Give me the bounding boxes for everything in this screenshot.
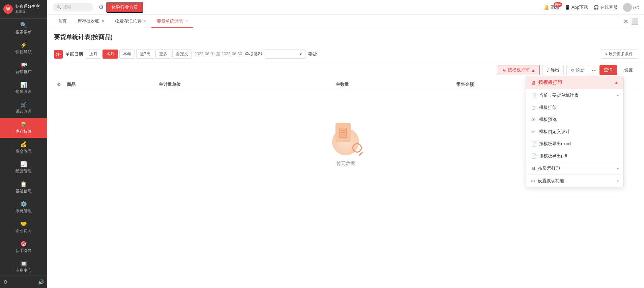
topbar-gear-icon[interactable]: ⚙ <box>99 4 104 10</box>
export-icon: ⤴ <box>547 68 549 73</box>
sidebar-bottom: ⚙ 🔊 <box>0 276 47 288</box>
order-type-dropdown[interactable]: ▾ <box>265 50 305 59</box>
dropdown-item-export-pdf[interactable]: 📄 按模板导出pdf <box>526 150 623 162</box>
sidebar-item-enterprise[interactable]: 🤝 企业协同 <box>0 217 47 237</box>
sidebar-item-sales[interactable]: 📊 销售管理 <box>0 78 47 98</box>
tabs-bar: 首页 库存批次账 ✕ 收发存汇总表 ✕ 要货单统计表 ✕ ✕ ⬜ <box>47 15 644 28</box>
dropdown-item-export-excel[interactable]: 📄 按模板导出excel <box>526 138 623 150</box>
dropdown-item-label: 模板打印 <box>539 104 557 110</box>
sidebar-item-basic[interactable]: 📋 基础信息 <box>0 178 47 197</box>
chevron-up-icon: ▲ <box>531 68 535 73</box>
sidebar-item-quick-nav[interactable]: ⚡ 快捷导航 <box>0 38 47 58</box>
sidebar-item-label: 采购管理 <box>16 109 32 115</box>
current-template-section[interactable]: 📄 当前：要货单统计表 ▾ <box>526 89 623 101</box>
volume-icon[interactable]: 🔊 <box>38 279 44 285</box>
printer-icon: 🖨 <box>502 68 506 73</box>
display-print-section[interactable]: 🖥 按显示打印 ▾ <box>526 162 623 174</box>
sidebar-item-inventory[interactable]: 📦 库存核算 <box>0 118 47 138</box>
messages-badge: 99+ <box>554 2 562 7</box>
sidebar-item-purchase[interactable]: 🛒 采购管理 <box>0 98 47 118</box>
tab-order-stats-label: 要货单统计表 <box>157 18 183 24</box>
sidebar-item-marketing[interactable]: 📢 营销推广 <box>0 58 47 78</box>
tab-close-all-icon[interactable]: ✕ <box>623 18 628 25</box>
tab-receivable-summary[interactable]: 收发存汇总表 ✕ <box>110 15 151 28</box>
dropdown-item-label: 模板自定义设计 <box>539 129 570 135</box>
sidebar-item-finance[interactable]: 💰 资金管理 <box>0 138 47 158</box>
sidebar-item-label: 基础信息 <box>16 188 32 194</box>
sidebar-item-label: 企业协同 <box>16 228 32 234</box>
tab-maximize-icon[interactable]: ⬜ <box>631 18 639 25</box>
pdf-icon: 📄 <box>531 153 537 159</box>
date-last-7-days[interactable]: 近7天 <box>136 50 154 59</box>
toolbar: 🖨 按模板打印 ▲ ⤴ 导出 ↻ 刷新 ··· 查询 设置 🖨 按模板打印 ▲ <box>47 62 644 78</box>
sidebar-item-operations[interactable]: 📈 经营管理 <box>0 158 47 178</box>
display-icon: 🖥 <box>531 166 535 171</box>
export-button[interactable]: ⤴ 导出 <box>543 65 564 75</box>
clipboard-icon: 📋 <box>20 181 27 187</box>
refresh-label: 刷新 <box>576 67 585 73</box>
expand-more-container: ▾ 展开更多条件 <box>601 50 637 59</box>
date-custom[interactable]: 自定义 <box>172 50 192 59</box>
more-options-button[interactable]: ··· <box>592 67 597 74</box>
dropdown-header[interactable]: 🖨 按模板打印 ▲ <box>526 76 623 89</box>
current-template-label: 当前：要货单统计表 <box>539 92 579 98</box>
user-profile[interactable]: Rit <box>623 3 639 12</box>
expand-more-button[interactable]: ▾ 展开更多条件 <box>601 50 637 59</box>
trial-button[interactable]: 体验行业方案 <box>106 2 143 13</box>
table-settings-gear[interactable]: ⚙ <box>57 82 61 87</box>
default-func-label: 设置默认功能 <box>538 178 564 184</box>
settings-icon[interactable]: ⚙ <box>3 279 8 285</box>
refresh-button[interactable]: ↻ 刷新 <box>566 65 589 75</box>
order-type-value <box>269 51 300 57</box>
sidebar-item-newuser[interactable]: 🎯 新手引导 <box>0 237 47 257</box>
dropdown-item-template-design[interactable]: ✏ 模板自定义设计 <box>526 126 623 138</box>
sidebar-nav: 🔍 搜索菜单 ⚡ 快捷导航 📢 营销推广 📊 销售管理 🛒 采购管理 📦 库存核… <box>0 19 47 276</box>
tab-order-stats-close[interactable]: ✕ <box>185 19 188 23</box>
tab-receivable-summary-label: 收发存汇总表 <box>115 18 141 24</box>
template-print-button[interactable]: 🖨 按模板打印 ▲ <box>498 65 540 75</box>
default-func-section[interactable]: ⚙ 设置默认功能 ▾ <box>526 174 623 187</box>
dropdown-close-icon[interactable]: ▲ <box>614 80 619 85</box>
sidebar-item-label: 经营管理 <box>16 168 32 174</box>
topbar-search[interactable]: 🔍 搜索 <box>53 3 93 11</box>
dropdown-item-template-print[interactable]: 🖨 模板打印 <box>526 101 623 114</box>
sidebar: W 畅康通好生意 标准版 🔍 搜索菜单 ⚡ 快捷导航 📢 营销推广 📊 销售管理… <box>0 0 47 288</box>
date-prev-month[interactable]: 上月 <box>86 50 101 59</box>
tab-receivable-summary-close[interactable]: ✕ <box>143 19 146 23</box>
date-this-month[interactable]: 本月 <box>103 50 118 59</box>
tab-inventory-batch[interactable]: 库存批次账 ✕ <box>72 15 110 28</box>
date-more[interactable]: 更多 <box>155 50 171 59</box>
query-button[interactable]: 查询 <box>599 65 617 75</box>
order-amount-label: 要货 <box>308 51 317 57</box>
logo-icon: W <box>3 4 13 14</box>
filter-expand-button[interactable]: ≫ <box>54 50 63 59</box>
handshake-icon: 🤝 <box>20 221 27 227</box>
dropdown-item-template-preview[interactable]: 👁 模板预览 <box>526 114 623 126</box>
filter-bar: ≫ 单据日期 上月 本月 本年 近7天 更多 自定义 2023-06-01 至 … <box>47 46 644 62</box>
empty-text: 暂无数据 <box>336 161 355 167</box>
messages-button[interactable]: 🔔 消息 99+ <box>544 4 559 10</box>
tab-inventory-batch-close[interactable]: ✕ <box>101 19 104 23</box>
sidebar-item-label: 库存核算 <box>16 129 32 134</box>
grid-icon: 🔲 <box>20 260 27 267</box>
tab-order-stats[interactable]: 要货单统计表 ✕ <box>151 15 193 28</box>
date-this-year[interactable]: 本年 <box>119 50 135 59</box>
sidebar-item-system[interactable]: ⚙️ 系统管理 <box>0 197 47 217</box>
topbar-divider <box>96 4 96 11</box>
table-header-checkbox: ⚙ <box>54 78 64 91</box>
table-header-product: 商品 <box>64 78 156 91</box>
settings-button[interactable]: 设置 <box>620 65 637 75</box>
sidebar-item-search[interactable]: 🔍 搜索菜单 <box>0 19 47 38</box>
bell-icon: 🔔 <box>544 5 549 10</box>
sidebar-item-label: 系统管理 <box>16 208 32 214</box>
printer-icon: 🖨 <box>531 80 536 85</box>
tab-home[interactable]: 首页 <box>53 15 72 28</box>
gear-icon: ⚙️ <box>20 201 27 207</box>
online-service-button[interactable]: 🎧 在线客服 <box>593 4 618 10</box>
sidebar-item-apps[interactable]: 🔲 应用中心 <box>0 257 47 276</box>
chart-icon: 📊 <box>20 82 27 88</box>
empty-state-icon <box>329 122 362 155</box>
app-download-button[interactable]: 📱 App下载 <box>565 4 588 10</box>
main-content: 🔍 搜索 ⚙ 体验行业方案 🔔 消息 99+ 📱 App下载 🎧 在线客服 Ri… <box>47 0 644 288</box>
box-icon: 📦 <box>20 121 27 128</box>
